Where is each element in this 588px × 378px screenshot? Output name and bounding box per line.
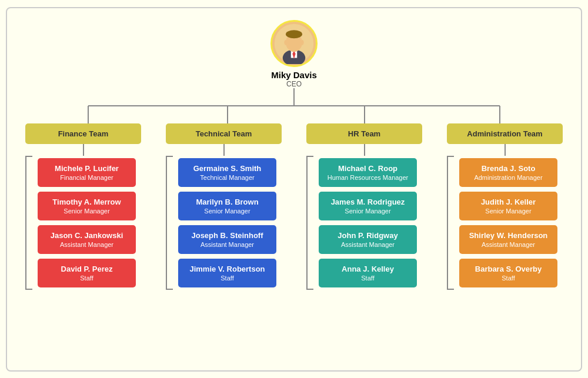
ceo-section: Miky Davis CEO: [270, 20, 318, 88]
teams-container: Finance Team Michele P. Lucifer Financia…: [13, 123, 575, 290]
team-administration: Administration Team Brenda J. Soto Admin…: [440, 123, 570, 290]
technical-member-4: Jimmie V. Robertson Staff: [178, 259, 276, 287]
admin-member-1: Brenda J. Soto Administration Manager: [459, 158, 557, 187]
admin-connector: [505, 144, 506, 156]
finance-member-2: Timothy A. Merrow Senior Manager: [38, 192, 136, 220]
hr-connector: [364, 144, 365, 156]
admin-member-3: Shirley W. Henderson Assistant Manager: [459, 225, 557, 254]
avatar: [270, 20, 318, 67]
hr-team-label: HR Team: [306, 123, 423, 144]
finance-team-label: Finance Team: [25, 123, 142, 144]
team-finance: Finance Team Michele P. Lucifer Financia…: [19, 123, 148, 290]
connector-svg: [18, 88, 570, 123]
ceo-title: CEO: [286, 80, 302, 88]
finance-member-4: David P. Perez Staff: [38, 259, 136, 287]
ceo-name: Miky Davis: [271, 70, 317, 80]
administration-team-label: Administration Team: [447, 123, 563, 144]
technical-member-1: Germaine S. Smith Technical Manager: [178, 158, 276, 187]
finance-member-1: Michele P. Lucifer Financial Manager: [38, 158, 136, 187]
hr-member-2: James M. Rodriguez Senior Manager: [319, 192, 417, 220]
svg-point-7: [284, 39, 287, 45]
finance-member-3: Jason C. Jankowski Assistant Manager: [38, 225, 136, 254]
hr-member-4: Anna J. Kelley Staff: [319, 259, 417, 287]
technical-connector: [223, 144, 225, 156]
technical-member-3: Joseph B. Steinhoff Assistant Manager: [178, 225, 276, 254]
admin-member-4: Barbara S. Overby Staff: [459, 259, 557, 287]
admin-member-2: Judith J. Keller Senior Manager: [459, 192, 557, 220]
svg-point-8: [300, 39, 303, 45]
hr-member-1: Michael C. Roop Human Resources Manager: [319, 158, 417, 187]
hr-member-3: John P. Ridgway Assistant Manager: [319, 225, 417, 254]
chart-body: Miky Davis CEO Finance Team: [13, 20, 575, 290]
technical-team-label: Technical Team: [166, 123, 282, 144]
org-chart: Miky Davis CEO Finance Team: [6, 7, 582, 372]
finance-connector: [83, 144, 84, 156]
team-technical: Technical Team Germaine S. Smith Technic…: [159, 123, 289, 290]
team-hr: HR Team Michael C. Roop Human Resources …: [300, 123, 429, 290]
svg-point-6: [286, 30, 302, 38]
technical-member-2: Marilyn B. Brown Senior Manager: [178, 192, 276, 220]
